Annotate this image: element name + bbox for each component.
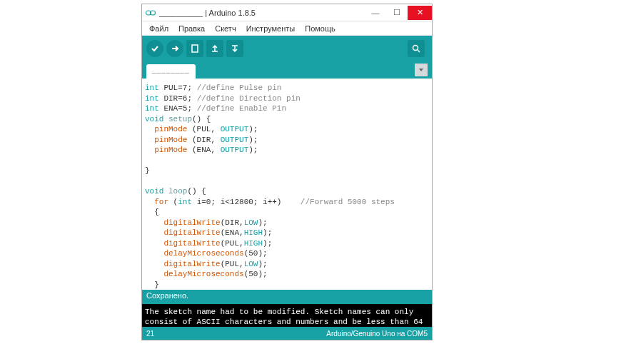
menu-tools[interactable]: Инструменты [242,23,300,34]
code-editor[interactable]: int PUL=7; //define Pulse pin int DIR=6;… [142,79,432,290]
titlebar: __________ | Arduino 1.8.5 — ☐ ✕ [142,4,432,21]
footer-bar: 21 Arduino/Genuino Uno на COM5 [142,327,432,340]
upload-button[interactable] [166,40,183,57]
arduino-ide-window: __________ | Arduino 1.8.5 — ☐ ✕ Файл Пр… [141,4,433,340]
serial-monitor-button[interactable] [408,40,425,57]
verify-button[interactable] [146,40,163,57]
open-button[interactable] [206,40,223,57]
svg-point-3 [413,46,418,51]
save-button[interactable] [226,40,243,57]
menubar: Файл Правка Скетч Инструменты Помощь [142,21,432,36]
sketch-tab[interactable]: ________ [146,64,196,79]
close-button[interactable]: ✕ [408,6,432,20]
status-message: Сохранено. [142,290,432,303]
window-title: __________ | Arduino 1.8.5 [159,9,365,17]
tabbar: ________ [142,61,432,79]
menu-sketch[interactable]: Скетч [211,23,240,34]
toolbar [142,36,432,61]
line-number: 21 [146,330,154,338]
menu-help[interactable]: Помощь [301,23,340,34]
board-info: Arduino/Genuino Uno на COM5 [154,330,428,338]
maximize-button[interactable]: ☐ [386,6,408,20]
new-button[interactable] [186,40,203,57]
app-icon [142,9,159,16]
svg-rect-2 [192,45,198,52]
minimize-button[interactable]: — [365,6,386,20]
menu-edit[interactable]: Правка [174,23,209,34]
console-output[interactable]: The sketch name had to be modified. Sket… [142,303,432,327]
menu-file[interactable]: Файл [145,23,173,34]
tab-menu-button[interactable] [415,64,428,76]
